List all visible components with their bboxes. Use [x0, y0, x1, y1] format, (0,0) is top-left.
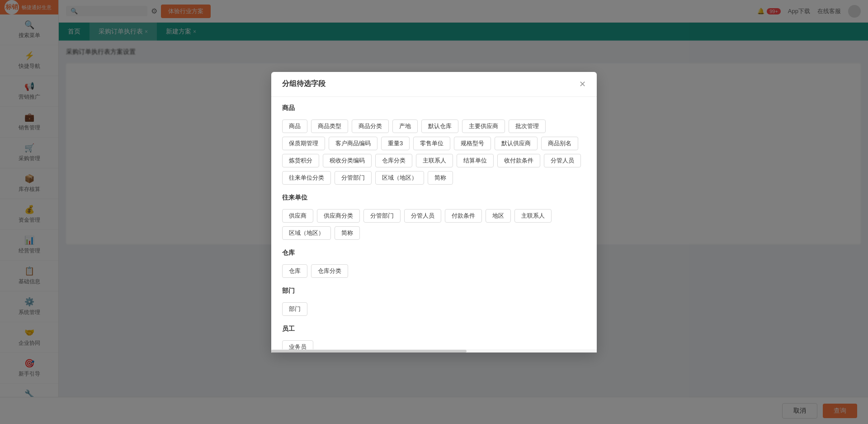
- field-tag[interactable]: 规格型号: [454, 137, 491, 150]
- modal-body[interactable]: 商品 商品 商品类型 商品分类 产地 默认仓库 主要供应商 批次管理 保质期管理…: [271, 97, 597, 350]
- field-tag[interactable]: 默认仓库: [421, 119, 458, 133]
- modal-header: 分组待选字段 ✕: [271, 72, 597, 97]
- field-tag[interactable]: 简称: [428, 171, 453, 185]
- field-tag[interactable]: 分管人员: [544, 154, 581, 167]
- field-tag[interactable]: 部门: [282, 302, 307, 316]
- section-employee: 员工 业务员: [282, 325, 586, 350]
- field-tag[interactable]: 商品类型: [311, 119, 348, 133]
- field-tag[interactable]: 分管部门: [363, 209, 401, 223]
- field-tag[interactable]: 商品: [282, 119, 307, 133]
- section-warehouse-title: 仓库: [282, 249, 586, 259]
- modal-title: 分组待选字段: [282, 79, 326, 89]
- warehouse-field-tags: 仓库 仓库分类: [282, 264, 586, 278]
- field-tag[interactable]: 业务员: [282, 340, 313, 350]
- field-tag[interactable]: 分管人员: [404, 209, 441, 223]
- modal-overlay: 分组待选字段 ✕ 商品 商品 商品类型 商品分类 产地 默认仓库 主要供应商 批…: [0, 0, 868, 424]
- section-product-title: 商品: [282, 104, 586, 114]
- section-department-title: 部门: [282, 287, 586, 297]
- section-product: 商品 商品 商品类型 商品分类 产地 默认仓库 主要供应商 批次管理 保质期管理…: [282, 104, 586, 185]
- section-department: 部门 部门: [282, 287, 586, 316]
- field-tag[interactable]: 地区: [486, 209, 511, 223]
- employee-field-tags: 业务员: [282, 340, 586, 350]
- field-tag[interactable]: 保质期管理: [282, 137, 325, 150]
- department-field-tags: 部门: [282, 302, 586, 316]
- field-tag[interactable]: 商品别名: [541, 137, 578, 150]
- section-partner-title: 往来单位: [282, 194, 586, 204]
- field-tag[interactable]: 区域（地区）: [282, 226, 331, 240]
- field-tag[interactable]: 默认供应商: [495, 137, 538, 150]
- field-tag[interactable]: 供应商分类: [317, 209, 360, 223]
- field-tag[interactable]: 供应商: [282, 209, 313, 223]
- field-tag[interactable]: 仓库: [282, 264, 307, 278]
- field-tag[interactable]: 零售单位: [413, 137, 450, 150]
- field-tag[interactable]: 客户商品编码: [329, 137, 377, 150]
- field-tag[interactable]: 仓库分类: [375, 154, 412, 167]
- section-warehouse: 仓库 仓库 仓库分类: [282, 249, 586, 278]
- field-tag[interactable]: 结算单位: [457, 154, 494, 167]
- field-tag[interactable]: 分管部门: [335, 171, 372, 185]
- field-tag[interactable]: 收付款条件: [497, 154, 540, 167]
- field-tag[interactable]: 重量3: [381, 137, 410, 150]
- field-tag[interactable]: 往来单位分类: [282, 171, 331, 185]
- field-tag[interactable]: 产地: [392, 119, 418, 133]
- field-select-modal: 分组待选字段 ✕ 商品 商品 商品类型 商品分类 产地 默认仓库 主要供应商 批…: [271, 72, 597, 353]
- field-tag[interactable]: 付款条件: [445, 209, 482, 223]
- modal-hscrollbar-thumb[interactable]: [271, 350, 467, 353]
- product-field-tags: 商品 商品类型 商品分类 产地 默认仓库 主要供应商 批次管理 保质期管理 客户…: [282, 119, 586, 185]
- partner-field-tags: 供应商 供应商分类 分管部门 分管人员 付款条件 地区 主联系人 区域（地区） …: [282, 209, 586, 240]
- modal-hscrollbar[interactable]: [271, 349, 597, 352]
- field-tag[interactable]: 商品分类: [352, 119, 389, 133]
- field-tag[interactable]: 主联系人: [514, 209, 552, 223]
- section-partner: 往来单位 供应商 供应商分类 分管部门 分管人员 付款条件 地区 主联系人 区域…: [282, 194, 586, 240]
- field-tag[interactable]: 区域（地区）: [375, 171, 424, 185]
- modal-close-btn[interactable]: ✕: [579, 79, 586, 89]
- field-tag[interactable]: 简称: [335, 226, 360, 240]
- section-employee-title: 员工: [282, 325, 586, 335]
- field-tag[interactable]: 主要供应商: [462, 119, 505, 133]
- field-tag[interactable]: 炼货积分: [282, 154, 319, 167]
- field-tag[interactable]: 仓库分类: [311, 264, 348, 278]
- field-tag[interactable]: 主联系人: [416, 154, 453, 167]
- field-tag[interactable]: 批次管理: [509, 119, 546, 133]
- field-tag[interactable]: 税收分类编码: [323, 154, 372, 167]
